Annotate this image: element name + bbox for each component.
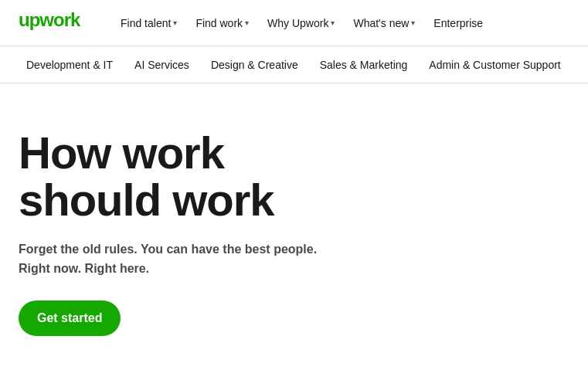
secondary-nav: Development & IT AI Services Design & Cr… bbox=[0, 46, 588, 83]
top-nav: upwork Find talent ▾ Find work ▾ Why Upw… bbox=[0, 0, 588, 46]
secondary-nav-item-dev-it[interactable]: Development & IT bbox=[19, 49, 121, 80]
chevron-down-icon: ▾ bbox=[245, 19, 249, 27]
upwork-logo[interactable]: upwork bbox=[19, 9, 88, 36]
nav-item-why-upwork[interactable]: Why Upwork ▾ bbox=[260, 11, 342, 36]
secondary-nav-item-ai-services[interactable]: AI Services bbox=[127, 49, 197, 80]
chevron-down-icon: ▾ bbox=[411, 19, 415, 27]
nav-item-enterprise[interactable]: Enterprise bbox=[426, 11, 491, 36]
get-started-button[interactable]: Get started bbox=[19, 300, 121, 336]
svg-text:upwork: upwork bbox=[19, 9, 81, 30]
secondary-nav-item-sales-marketing[interactable]: Sales & Marketing bbox=[312, 49, 416, 80]
nav-item-whats-new[interactable]: What's new ▾ bbox=[345, 11, 423, 36]
hero-subtitle: Forget the old rules. You can have the b… bbox=[19, 239, 569, 279]
hero-section: How work should work Forget the old rule… bbox=[0, 83, 588, 367]
hero-title: How work should work bbox=[19, 130, 569, 224]
secondary-nav-item-design-creative[interactable]: Design & Creative bbox=[203, 49, 306, 80]
nav-item-find-talent[interactable]: Find talent ▾ bbox=[113, 11, 185, 36]
main-nav-list: Find talent ▾ Find work ▾ Why Upwork ▾ W… bbox=[113, 11, 491, 36]
chevron-down-icon: ▾ bbox=[173, 19, 177, 27]
chevron-down-icon: ▾ bbox=[331, 19, 335, 27]
nav-item-find-work[interactable]: Find work ▾ bbox=[188, 11, 257, 36]
secondary-nav-item-admin-support[interactable]: Admin & Customer Support bbox=[421, 49, 568, 80]
